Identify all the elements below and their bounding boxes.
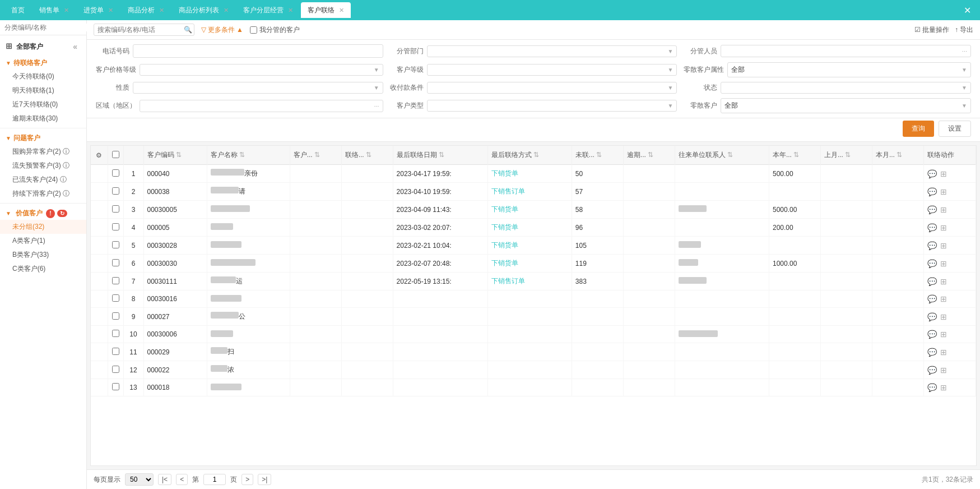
row-checkbox[interactable]	[112, 348, 119, 355]
chat-icon[interactable]: 💬	[927, 383, 937, 392]
sidebar-item-class-b[interactable]: B类客户(33)	[0, 248, 86, 262]
my-customers-filter[interactable]: 我分管的客户	[250, 25, 300, 35]
sidebar-section-pending[interactable]: ▼ 待联络客户	[0, 56, 86, 70]
th-overdue[interactable]: 逾期... ⇅	[623, 146, 675, 165]
qr-icon[interactable]: ⊞	[940, 169, 947, 178]
sidebar-item-ungrouped[interactable]: 未分组(32)	[0, 220, 86, 234]
row-checkbox[interactable]	[112, 383, 119, 390]
method-link[interactable]: 下销货单	[491, 205, 518, 213]
th-unit-contact[interactable]: 往来单位联系人 ⇅	[675, 146, 769, 165]
method-link[interactable]: 下销售订单	[491, 187, 525, 195]
close-purchase-icon[interactable]: ✕	[108, 7, 113, 14]
page-input[interactable]	[203, 474, 226, 485]
th-code[interactable]: 客户编码 ⇅	[143, 146, 207, 165]
th-this-month[interactable]: 本月... ⇅	[872, 146, 923, 165]
dept-select[interactable]: ▼	[427, 45, 677, 57]
filter-more-conditions[interactable]: ▽ 更多条件 ▲	[201, 25, 243, 35]
retail-attr-select[interactable]: 全部 ▼	[727, 62, 971, 77]
chat-icon[interactable]: 💬	[927, 277, 937, 286]
tab-home[interactable]: 首页	[4, 2, 31, 18]
batch-ops-button[interactable]: ☑ 批量操作	[914, 25, 949, 35]
method-link[interactable]: 下销售订单	[491, 277, 525, 285]
chat-icon[interactable]: 💬	[927, 348, 937, 357]
row-checkbox[interactable]	[112, 241, 119, 248]
method-link[interactable]: 下销货单	[491, 169, 518, 177]
qr-icon[interactable]: ⊞	[940, 205, 947, 214]
filter-search-icon[interactable]: 🔍	[184, 26, 192, 34]
tab-purchase[interactable]: 进货单 ✕	[77, 2, 120, 18]
last-page-button[interactable]: >|	[258, 474, 271, 485]
sidebar-section-value[interactable]: ▼ 价值客户 ! ↻	[0, 206, 86, 220]
qr-icon[interactable]: ⊞	[940, 294, 947, 303]
close-customer-seg-icon[interactable]: ✕	[288, 7, 293, 14]
row-checkbox[interactable]	[112, 277, 119, 284]
sidebar-collapse-icon[interactable]: «	[69, 41, 81, 52]
row-checkbox[interactable]	[112, 294, 119, 302]
sidebar-item-class-a[interactable]: A类客户(1)	[0, 234, 86, 248]
close-customer-contact-icon[interactable]: ✕	[339, 7, 344, 14]
customer-level-select[interactable]: ▼	[427, 64, 677, 76]
sidebar-section-problem[interactable]: ▼ 问题客户	[0, 131, 86, 145]
per-page-select[interactable]: 50 100	[125, 473, 154, 486]
tab-analysis[interactable]: 商品分析 ✕	[121, 2, 171, 18]
row-checkbox[interactable]	[112, 187, 119, 195]
qr-icon[interactable]: ⊞	[940, 277, 947, 286]
qr-icon[interactable]: ⊞	[940, 187, 947, 196]
staff-select[interactable]: ···	[721, 45, 971, 57]
qr-icon[interactable]: ⊞	[940, 366, 947, 375]
nature-select[interactable]: ▼	[133, 82, 383, 94]
payment-select[interactable]: ▼	[427, 82, 677, 94]
customer-type-select[interactable]: ▼	[427, 100, 677, 112]
select-all-checkbox[interactable]	[112, 151, 119, 158]
sidebar-search-input[interactable]	[4, 24, 89, 31]
sidebar-item-churned[interactable]: 已流失客户(24) ⓘ	[0, 173, 86, 187]
row-checkbox[interactable]	[112, 259, 119, 266]
chat-icon[interactable]: 💬	[927, 312, 937, 321]
row-checkbox[interactable]	[112, 205, 119, 213]
sidebar-item-declining[interactable]: 持续下滑客户(2) ⓘ	[0, 187, 86, 201]
qr-icon[interactable]: ⊞	[940, 259, 947, 268]
row-checkbox[interactable]	[112, 312, 119, 320]
th-contact[interactable]: 联络... ⇅	[341, 146, 393, 165]
th-this-year[interactable]: 本年... ⇅	[769, 146, 820, 165]
chat-icon[interactable]: 💬	[927, 259, 937, 268]
chat-icon[interactable]: 💬	[927, 366, 937, 375]
close-analysis-icon[interactable]: ✕	[159, 7, 164, 14]
sidebar-item-tomorrow[interactable]: 明天待联络(1)	[0, 84, 86, 98]
qr-icon[interactable]: ⊞	[940, 383, 947, 392]
sidebar-item-churn-warning[interactable]: 流失预警客户(3) ⓘ	[0, 159, 86, 173]
filter-search-input[interactable]	[97, 26, 182, 34]
qr-icon[interactable]: ⊞	[940, 312, 947, 321]
price-level-select[interactable]: ▼	[140, 64, 383, 76]
sidebar-all-customers[interactable]: ⊞ 全部客户 «	[0, 38, 86, 56]
tab-sales[interactable]: 销售单 ✕	[32, 2, 76, 18]
export-button[interactable]: ↑ 导出	[955, 25, 973, 35]
method-link[interactable]: 下销货单	[491, 259, 518, 267]
th-not-contacted[interactable]: 未联... ⇅	[572, 146, 623, 165]
filter-search-box[interactable]: 🔍	[94, 24, 194, 36]
nav-close-button[interactable]: ✕	[959, 5, 976, 16]
close-analysis-list-icon[interactable]: ✕	[224, 7, 229, 14]
row-checkbox[interactable]	[112, 366, 119, 373]
sidebar-item-7days[interactable]: 近7天待联络(0)	[0, 98, 86, 112]
th-settings[interactable]: ⚙	[91, 146, 108, 165]
th-last-month[interactable]: 上月... ⇅	[820, 146, 872, 165]
row-checkbox[interactable]	[112, 169, 119, 177]
chat-icon[interactable]: 💬	[927, 205, 937, 214]
reset-button[interactable]: 设置	[939, 121, 971, 137]
chat-icon[interactable]: 💬	[927, 169, 937, 178]
next-page-button[interactable]: >	[241, 474, 253, 485]
close-sales-icon[interactable]: ✕	[64, 7, 69, 14]
qr-icon[interactable]: ⊞	[940, 241, 947, 250]
sidebar-item-overdue[interactable]: 逾期未联络(30)	[0, 112, 86, 126]
chat-icon[interactable]: 💬	[927, 294, 937, 303]
th-type[interactable]: 客户... ⇅	[290, 146, 341, 165]
first-page-button[interactable]: |<	[158, 474, 171, 485]
method-link[interactable]: 下销货单	[491, 241, 518, 249]
tab-analysis-list[interactable]: 商品分析列表 ✕	[172, 2, 235, 18]
tab-customer-seg[interactable]: 客户分层经营 ✕	[236, 2, 300, 18]
refresh-icon[interactable]: ↻	[57, 210, 67, 217]
tab-customer-contact[interactable]: 客户联络 ✕	[301, 2, 351, 18]
th-last-date[interactable]: 最后联络日期 ⇅	[393, 146, 487, 165]
method-link[interactable]: 下销货单	[491, 223, 518, 231]
